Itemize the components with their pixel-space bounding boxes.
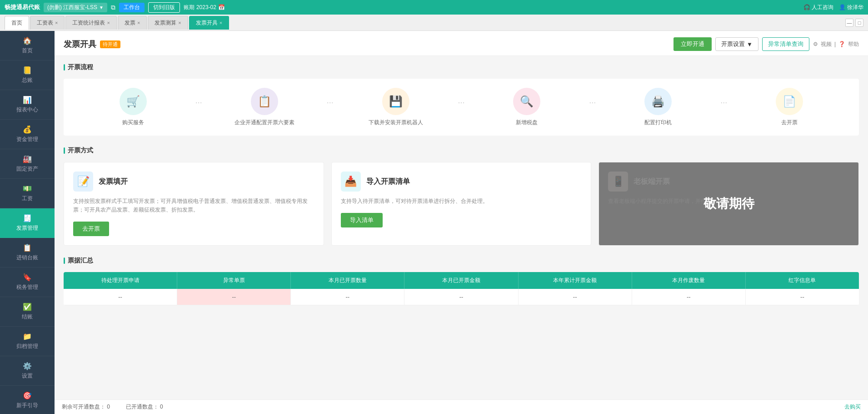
opened-label: 已开通数盘： — [126, 404, 159, 410]
archive-icon: 📁 — [23, 332, 32, 341]
main-layout: 🏠 首页 📒 总账 📊 报表中心 💰 资金管理 🏭 固定资产 💵 工资 🧾 发票… — [0, 31, 868, 414]
bottom-quota-info: 剩余可开通数盘： 0 已开通数盘： 0 — [62, 403, 163, 411]
minimize-button[interactable]: — — [845, 19, 853, 27]
sidebar-item-checkout[interactable]: ✅ 结账 — [0, 297, 55, 327]
sidebar: 🏠 首页 📒 总账 📊 报表中心 💰 资金管理 🏭 固定资产 💵 工资 🧾 发票… — [0, 31, 55, 414]
tab-invoice-issue-label: 发票开具 — [196, 19, 218, 27]
taxdisk-label: 新增税盘 — [516, 119, 538, 126]
sidebar-item-purchase-sales[interactable]: 📋 进销台账 — [0, 238, 55, 268]
tab-home-label: 首页 — [11, 19, 22, 27]
content-scroll: 开票流程 🛒 购买服务 ··· 📋 企业开通配置开票六要素 ··· 💾 下载并安… — [55, 56, 868, 399]
tab-home[interactable]: 首页 — [5, 16, 29, 30]
calendar-icon[interactable]: 📅 — [218, 4, 225, 10]
sidebar-label-tax: 税务管理 — [16, 283, 38, 291]
import-icon: 📥 — [341, 172, 361, 192]
col-month-qty: 本月已开票数量 — [291, 272, 404, 289]
settings-icon: ⚙️ — [23, 362, 32, 370]
sidebar-item-tax[interactable]: 🔖 税务管理 — [0, 268, 55, 297]
col-year-amt: 本年累计开票金额 — [519, 272, 632, 289]
manual-fill-title: 发票填开 — [99, 177, 128, 187]
flow-arrow-5: ··· — [720, 98, 727, 107]
sidebar-item-salary[interactable]: 💵 工资 — [0, 179, 55, 208]
sidebar-item-invoice[interactable]: 🧾 发票管理 — [0, 208, 55, 238]
download-label: 下载并安装开票机器人 — [369, 119, 423, 126]
tab-invoice-label: 发票 — [125, 19, 135, 27]
sidebar-item-reports[interactable]: 📊 报表中心 — [0, 90, 55, 120]
ledger-icon: 📒 — [23, 66, 32, 75]
coming-soon-overlay: 敬请期待 — [599, 162, 858, 245]
import-list-button[interactable]: 导入清单 — [341, 213, 383, 227]
tab-payroll-close[interactable]: × — [55, 20, 58, 25]
flow-arrow-4: ··· — [589, 98, 596, 107]
sidebar-label-funds: 资金管理 — [16, 136, 38, 143]
method-card-manual: 📝 发票填开 支持按照发票样式手工填写开发票；可开具增值税电子普通发票、增值税普… — [64, 162, 324, 246]
tab-invoice-calc-close[interactable]: × — [178, 20, 181, 25]
methods-section-title: 开票方式 — [64, 146, 859, 155]
summary-table: 待处理开票申请 异常单票 本月已开票数量 本月已开票金额 本年累计开票金额 本月… — [64, 272, 859, 305]
col-abnormal: 异常单票 — [177, 272, 291, 289]
top-bar: 畅捷通易代账 (勿删) 江西服宝-LSS ▼ ⧉ 工作台 切到旧版 账期 202… — [0, 0, 868, 15]
cell-red-info: -- — [746, 289, 859, 305]
sidebar-item-settings[interactable]: ⚙️ 设置 — [0, 356, 55, 386]
config-icon: 📋 — [251, 88, 278, 115]
tab-payroll-report[interactable]: 工资统计报表 × — [65, 16, 116, 30]
sidebar-label-home: 首页 — [22, 47, 33, 55]
flow-step-download: 💾 下载并安装开票机器人 — [335, 88, 456, 126]
copy-icon[interactable]: ⧉ — [111, 4, 115, 11]
buy-service-label: 购买服务 — [122, 119, 144, 126]
sidebar-label-guide: 新手引导 — [16, 402, 38, 409]
tab-payroll-label: 工资表 — [37, 19, 53, 27]
opened-value: 0 — [160, 404, 163, 410]
sidebar-item-guide[interactable]: 🎯 新手引导 — [0, 386, 55, 414]
maximize-button[interactable]: □ — [855, 19, 863, 27]
go-issue-button[interactable]: 去开票 — [73, 222, 109, 236]
remaining-value: 0 — [107, 404, 110, 410]
sidebar-item-funds[interactable]: 💰 资金管理 — [0, 120, 55, 149]
user-avatar[interactable]: 👤 徐泽华 — [839, 4, 863, 11]
cell-pending: -- — [64, 289, 177, 305]
sidebar-label-salary: 工资 — [22, 195, 33, 202]
switch-old-button[interactable]: 切到旧版 — [148, 2, 180, 13]
flow-step-taxdisk: 🔍 新增税盘 — [467, 88, 588, 126]
sidebar-item-home[interactable]: 🏠 首页 — [0, 31, 55, 61]
company-selector[interactable]: (勿删) 江西服宝-LSS ▼ — [44, 3, 107, 12]
guide-icon: 🎯 — [23, 391, 32, 400]
tab-invoice[interactable]: 发票 × — [118, 16, 147, 30]
page-title-area: 发票开具 待开通 — [64, 39, 120, 50]
buy-more-link[interactable]: 去购买 — [844, 403, 861, 411]
tab-payroll-report-close[interactable]: × — [107, 20, 110, 25]
workbench-button[interactable]: 工作台 — [119, 3, 145, 12]
col-red-info: 红字信息单 — [746, 272, 859, 289]
sidebar-label-checkout: 结账 — [22, 313, 33, 321]
invoice-methods: 📝 发票填开 支持按照发票样式手工填写开发票；可开具增值税电子普通发票、增值税普… — [64, 162, 859, 246]
cell-month-qty: -- — [291, 289, 404, 305]
question-icon: ❓ — [838, 41, 845, 47]
tab-payroll[interactable]: 工资表 × — [30, 16, 65, 30]
settings-button[interactable]: 开票设置 ▼ — [715, 37, 758, 51]
settings-circle-icon: ⚙ — [813, 41, 818, 47]
manual-fill-desc: 支持按照发票样式手工填写开发票；可开具增值税电子普通发票、增值税普通发票、增值税… — [73, 197, 314, 214]
sidebar-item-archive[interactable]: 📁 归档管理 — [0, 327, 55, 356]
assets-icon: 🏭 — [23, 155, 32, 163]
checkout-icon: ✅ — [23, 303, 32, 311]
consult-button[interactable]: 🎧 人工咨询 — [803, 4, 833, 11]
flow-arrow-2: ··· — [327, 98, 334, 107]
summary-header: 待处理开票申请 异常单票 本月已开票数量 本月已开票金额 本年累计开票金额 本月… — [64, 272, 859, 289]
top-bar-right: 🎧 人工咨询 👤 徐泽华 — [803, 4, 863, 11]
purchase-sales-icon: 📋 — [23, 243, 32, 252]
method-card-boss: 📱 老板端开票 查看老板端小程序提交的开票申请，并作出相应处理审批。 敬请期待 — [599, 162, 859, 246]
cell-void-qty: -- — [632, 289, 746, 305]
tab-payroll-report-label: 工资统计报表 — [72, 19, 105, 27]
page-header: 发票开具 待开通 立即开通 开票设置 ▼ 异常清单查询 ⚙ 视频 | ❓ 帮助 — [55, 31, 868, 56]
tab-invoice-close[interactable]: × — [137, 20, 140, 25]
flow-arrow-1: ··· — [195, 98, 202, 107]
abnormal-query-button[interactable]: 异常清单查询 — [762, 37, 809, 51]
tab-invoice-issue-close[interactable]: × — [219, 20, 222, 25]
open-now-button[interactable]: 立即开通 — [673, 37, 712, 51]
sidebar-item-ledger[interactable]: 📒 总账 — [0, 61, 55, 90]
sidebar-item-assets[interactable]: 🏭 固定资产 — [0, 149, 55, 179]
tab-invoice-calc[interactable]: 发票测算 × — [148, 16, 188, 30]
col-pending: 待处理开票申请 — [64, 272, 177, 289]
tab-invoice-issue[interactable]: 发票开具 × — [189, 16, 229, 30]
status-badge: 待开通 — [100, 40, 120, 48]
